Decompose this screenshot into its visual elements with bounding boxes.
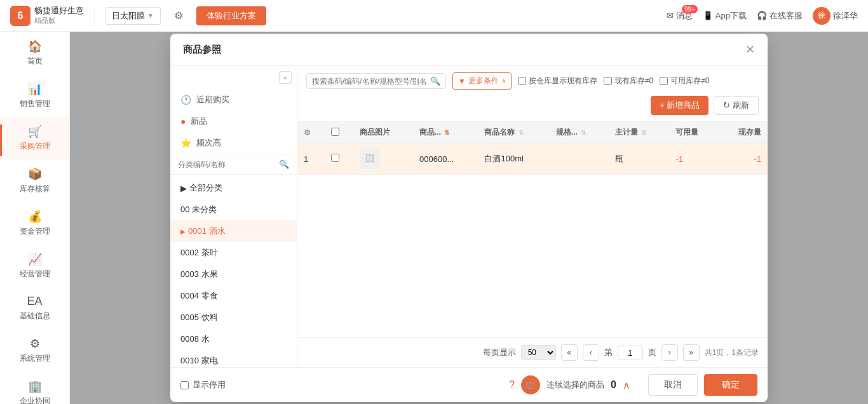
warehouse-checkbox[interactable] [518,77,526,85]
per-page-select[interactable]: 50 10 20 100 [521,345,556,360]
cell-code: 000600... [413,144,478,175]
available-nonzero-checkbox[interactable] [660,77,668,85]
col-unit: 主计量 ⇅ [609,122,670,144]
quick-access-section: « 🕐 近期购买 ● 新品 ⭐ 频次高 [170,66,297,154]
confirm-button[interactable]: 确定 [704,374,757,396]
store-selector[interactable]: 日太阳膜 ▼ [105,7,161,25]
messages-button[interactable]: ✉ 消息 99+ [667,10,693,22]
recent-icon: 🕐 [180,95,191,105]
warehouse-display-filter[interactable]: 按仓库显示现有库存 [518,76,597,86]
sidebar-item-label: 库存核算 [20,184,50,194]
last-page-button[interactable]: » [683,344,700,361]
category-expand-icon: ▶ [180,184,187,193]
unit-sort-icon[interactable]: ⇅ [641,129,646,136]
active-bar [0,125,2,156]
first-page-button[interactable]: « [561,344,578,361]
product-search-icon[interactable]: 🔍 [430,76,440,86]
product-search-input[interactable] [312,77,426,86]
help-icon[interactable]: ? [509,379,515,391]
service-button[interactable]: 🎧 在线客服 [757,10,803,22]
sidebar-item-system[interactable]: ⚙ 系统管理 [0,329,69,372]
category-item-0001[interactable]: ▶ 0001 酒水 [170,220,297,242]
collapse-panel-button[interactable]: « [279,71,292,84]
page-total-info: 共1页，1条记录 [705,347,759,358]
stock-nonzero-checkbox[interactable] [604,77,612,85]
messages-badge: 99+ [682,5,698,13]
selected-products-label: 连续选择的商品 [546,379,604,391]
more-filter-button[interactable]: ▼ 更多条件 ∧ [452,72,512,90]
category-label: 0001 酒水 [188,226,226,237]
table-row[interactable]: 1 🖼 000600... [297,144,768,175]
show-disabled-toggle[interactable]: 显示停用 [180,379,226,391]
name-sort-icon[interactable]: ⇅ [519,129,524,136]
col-spec: 规格... ⇅ [550,122,609,144]
page-number-input[interactable] [618,346,643,360]
cell-name: 白酒100ml [478,144,549,175]
sidebar-item-operations[interactable]: 📈 经营管理 [0,245,69,287]
sidebar-item-purchase[interactable]: 🛒 采购管理 [0,117,69,159]
category-search-icon[interactable]: 🔍 [279,159,289,169]
quick-item-frequent[interactable]: ⭐ 频次高 [170,132,297,154]
cell-no: 1 [297,144,325,175]
home-icon: 🏠 [28,39,42,53]
row-checkbox[interactable] [331,154,339,162]
quick-item-recent[interactable]: 🕐 近期购买 [170,89,297,111]
category-item-0010[interactable]: 0010 家电 [170,350,297,367]
sidebar-item-enterprise[interactable]: 🏢 企业协同 [0,372,69,404]
logo-icon: 6 [10,6,31,26]
col-code-label: 商品... [419,128,441,137]
img-placeholder-icon: 🖼 [365,153,375,165]
sidebar-item-basics[interactable]: EA 基础信息 [0,287,69,329]
code-sort-icon[interactable]: ⇅ [444,129,449,136]
available-nonzero-filter[interactable]: 可用库存≠0 [660,76,709,86]
avatar: 徐 [813,7,831,25]
column-settings-icon[interactable]: ⚙ [304,128,311,137]
modal-title: 商品参照 [183,44,221,56]
sidebar-item-finance[interactable]: 💰 资金管理 [0,202,69,245]
purchase-icon: 🛒 [28,125,42,138]
close-button[interactable]: ✕ [745,43,755,57]
cell-img: 🖼 [353,144,413,175]
category-item-00[interactable]: 00 未分类 [170,199,297,220]
category-item-0004[interactable]: 0004 零食 [170,285,297,307]
sidebar-item-label: 资金管理 [20,226,50,237]
add-product-button[interactable]: + 新增商品 [651,96,709,115]
trial-button[interactable]: 体验行业方案 [196,6,266,25]
logo-sub: 精品版 [34,16,84,25]
category-item-all[interactable]: ▶ 全部分类 [170,177,297,199]
quick-item-new[interactable]: ● 新品 [170,111,297,132]
sidebar-item-home[interactable]: 🏠 首页 [0,32,69,74]
modal-footer: 显示停用 ? 🛒 连续选择的商品 0 ∧ 取消 确定 [170,367,768,402]
sidebar-item-label: 企业协同 [20,396,50,404]
cart-symbol: 🛒 [526,380,536,390]
toolbar-right-actions: + 新增商品 ↻ 刷新 [651,96,759,115]
category-item-0002[interactable]: 0002 茶叶 [170,242,297,264]
category-label: 0003 水果 [180,269,218,280]
sidebar-item-sales[interactable]: 📊 销售管理 [0,74,69,117]
col-spec-label: 规格... [556,128,578,137]
sidebar-item-label: 经营管理 [20,269,50,279]
sidebar-item-inventory[interactable]: 📦 库存核算 [0,159,69,202]
category-item-0008[interactable]: 0008 水 [170,328,297,350]
sidebar-item-label: 基础信息 [20,311,50,321]
navbar-right: ✉ 消息 99+ 📱 App下载 🎧 在线客服 徐 徐泽华 [667,7,858,25]
settings-icon[interactable]: ⚙ [168,6,189,26]
select-all-checkbox[interactable] [331,128,339,136]
spec-sort-icon[interactable]: ⇅ [581,129,586,136]
refresh-button[interactable]: ↻ 刷新 [714,96,759,115]
category-item-0003[interactable]: 0003 水果 [170,264,297,285]
cancel-button[interactable]: 取消 [648,374,698,396]
table-header-row: ⚙ 商品图片 商品... [297,122,768,144]
sidebar-item-label: 首页 [27,56,43,67]
user-menu[interactable]: 徐 徐泽华 [813,7,858,25]
show-disabled-checkbox[interactable] [180,381,189,389]
category-item-0005[interactable]: 0005 饮料 [170,307,297,328]
app-download-button[interactable]: 📱 App下载 [703,10,747,22]
next-page-button[interactable]: › [661,344,678,361]
per-page-label: 每页显示 [483,347,516,358]
category-search-input[interactable] [178,160,275,169]
footer-collapse-icon[interactable]: ∧ [623,379,630,391]
prev-page-button[interactable]: ‹ [583,344,599,361]
stock-nonzero-filter[interactable]: 现有库存≠0 [604,76,653,86]
col-stock-label: 现存量 [738,128,761,137]
